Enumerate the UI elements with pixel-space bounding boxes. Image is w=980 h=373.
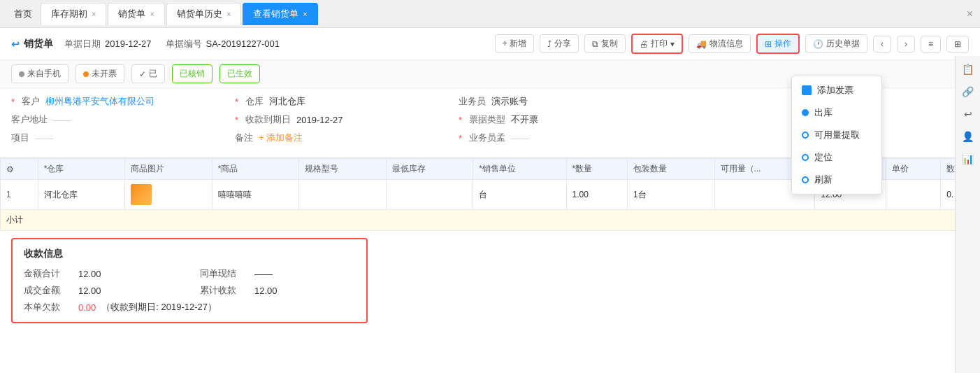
dropdown-add-invoice[interactable]: 添加发票 bbox=[792, 79, 881, 101]
staff-label: 业务员 bbox=[459, 95, 486, 108]
list-view-button[interactable]: ≡ bbox=[921, 36, 941, 52]
row-qty: 1.00 bbox=[566, 180, 627, 210]
payment-grid: 金额合计 12.00 同单现结 —— 成交金额 12.00 累计收款 12.00… bbox=[24, 267, 355, 314]
logistics-label: 物流信息 bbox=[709, 38, 743, 50]
sp-value: —— bbox=[511, 133, 529, 143]
print-icon: 🖨 bbox=[640, 39, 648, 49]
not-open-button[interactable]: 未开票 bbox=[75, 64, 124, 83]
tab-sales-history-label: 销货单历史 bbox=[177, 8, 222, 20]
same-order-label: 同单现结 bbox=[200, 267, 249, 280]
tab-bar: 首页 库存期初 × 销货单 × 销货单历史 × 查看销货单 × × bbox=[0, 0, 980, 28]
available-qty-label: 可用量提取 bbox=[814, 129, 860, 141]
row-spec bbox=[299, 180, 387, 210]
sp-label: 业务员孟 bbox=[469, 132, 505, 144]
right-icon-user[interactable]: 👤 bbox=[958, 126, 979, 147]
not-open-label: 未开票 bbox=[92, 68, 117, 80]
tab-view-sales-label: 查看销货单 bbox=[253, 8, 298, 20]
history-button[interactable]: 🕐 历史单据 bbox=[805, 34, 867, 53]
history-icon: 🕐 bbox=[813, 39, 823, 49]
new-button[interactable]: + 新增 bbox=[495, 34, 534, 53]
product-image bbox=[131, 184, 152, 205]
copy-label: 复制 bbox=[601, 38, 618, 50]
tab-view-sales[interactable]: 查看销货单 × bbox=[243, 3, 317, 25]
tab-view-sales-close[interactable]: × bbox=[303, 10, 307, 18]
col-qty: *数量 bbox=[566, 159, 627, 180]
dropdown-ship[interactable]: 出库 bbox=[792, 101, 881, 124]
share-label: 分享 bbox=[554, 38, 571, 50]
staff-field: 业务员 演示账号 bbox=[459, 95, 654, 108]
addr-field: 客户地址 —— bbox=[11, 113, 207, 126]
doc-title-text: 销货单 bbox=[24, 38, 53, 50]
doc-date-value: 2019-12-27 bbox=[105, 38, 152, 49]
grid-view-button[interactable]: ⊞ bbox=[946, 36, 969, 52]
operate-icon: ⊞ bbox=[765, 39, 772, 49]
confirm-button[interactable]: ✓ 已 bbox=[131, 64, 165, 83]
addr-label: 客户地址 bbox=[11, 113, 48, 126]
doc-title: ↩ 销货单 bbox=[11, 38, 53, 50]
ship-icon bbox=[802, 109, 809, 116]
note-label: 备注 bbox=[235, 132, 253, 144]
tab-inventory-init-label: 库存期初 bbox=[51, 8, 87, 20]
add-note-button[interactable]: + 添加备注 bbox=[259, 132, 303, 144]
refresh-icon bbox=[802, 176, 809, 183]
project-label: 项目 bbox=[11, 132, 29, 144]
locate-label: 定位 bbox=[814, 151, 833, 164]
doc-number-label: 单据编号 bbox=[166, 38, 202, 50]
print-button[interactable]: 🖨 打印 ▾ bbox=[631, 34, 683, 54]
tab-sales-order-close[interactable]: × bbox=[150, 10, 154, 18]
owed-row: 本单欠款 0.00 （收款到期日: 2019-12-27） bbox=[24, 301, 355, 314]
payment-title: 收款信息 bbox=[24, 248, 355, 260]
owed-label: 本单欠款 bbox=[24, 301, 73, 314]
operate-dropdown: 添加发票 出库 可用量提取 定位 刷新 bbox=[791, 76, 882, 195]
share-button[interactable]: ⤴ 分享 bbox=[540, 34, 579, 53]
from-mobile-button[interactable]: 来自手机 bbox=[11, 64, 69, 83]
copy-button[interactable]: ⧉ 复制 bbox=[584, 34, 626, 53]
already-effective-button[interactable]: 已生效 bbox=[219, 64, 260, 83]
warehouse-value: 河北仓库 bbox=[269, 95, 305, 108]
tab-home[interactable]: 首页 bbox=[7, 3, 39, 24]
tab-sales-history-close[interactable]: × bbox=[226, 10, 231, 18]
doc-number-field: 单据编号 SA-20191227-001 bbox=[166, 38, 280, 50]
right-icon-link[interactable]: 🔗 bbox=[958, 81, 979, 102]
total-label: 金额合计 bbox=[24, 267, 73, 280]
tab-sales-order[interactable]: 销货单 × bbox=[108, 3, 164, 25]
available-qty-icon bbox=[802, 132, 809, 139]
right-icon-chart[interactable]: 📊 bbox=[958, 148, 979, 169]
tab-inventory-init-close[interactable]: × bbox=[92, 10, 96, 18]
print-label: 打印 bbox=[651, 38, 668, 50]
window-close-button[interactable]: × bbox=[967, 8, 973, 20]
right-icon-return[interactable]: ↩ bbox=[958, 104, 979, 125]
row-product-img bbox=[125, 180, 212, 210]
print-dropdown-icon: ▾ bbox=[670, 39, 675, 49]
tab-inventory-init[interactable]: 库存期初 × bbox=[41, 3, 106, 25]
tab-sales-history[interactable]: 销货单历史 × bbox=[166, 3, 241, 25]
prev-button[interactable]: ‹ bbox=[873, 36, 891, 52]
col-settings[interactable]: ⚙ bbox=[1, 159, 38, 180]
warehouse-required: * bbox=[235, 97, 238, 107]
doc-date-field: 单据日期 2019-12-27 bbox=[64, 38, 152, 50]
dropdown-locate[interactable]: 定位 bbox=[792, 146, 881, 169]
right-icon-clipboard[interactable]: 📋 bbox=[958, 59, 979, 80]
customer-required: * bbox=[11, 97, 15, 107]
project-field: 项目 —— bbox=[11, 132, 207, 144]
operate-button[interactable]: ⊞ 操作 bbox=[756, 34, 800, 54]
not-open-dot bbox=[83, 71, 89, 77]
history-label: 历史单据 bbox=[826, 38, 860, 50]
add-invoice-icon bbox=[802, 85, 812, 95]
next-button[interactable]: › bbox=[897, 36, 915, 52]
col-min-stock: 最低库存 bbox=[386, 159, 473, 180]
doc-date-label: 单据日期 bbox=[64, 38, 101, 50]
main-area: ↩ 销货单 单据日期 2019-12-27 单据编号 SA-20191227-0… bbox=[0, 28, 980, 373]
refresh-label: 刷新 bbox=[814, 174, 833, 186]
copy-icon: ⧉ bbox=[592, 39, 598, 49]
customer-value[interactable]: 柳州粤港平安气体有限公司 bbox=[45, 95, 154, 108]
row-pack-qty: 1台 bbox=[628, 180, 715, 210]
already-sold-button[interactable]: 已核销 bbox=[172, 64, 212, 83]
confirm-label: 已 bbox=[149, 68, 157, 80]
row-unit: 台 bbox=[473, 180, 566, 210]
dropdown-available-qty[interactable]: 可用量提取 bbox=[792, 124, 881, 146]
logistics-button[interactable]: 🚚 物流信息 bbox=[689, 34, 751, 53]
row-warehouse: 河北仓库 bbox=[38, 180, 125, 210]
dropdown-refresh[interactable]: 刷新 bbox=[792, 169, 881, 191]
payment-section: 收款信息 金额合计 12.00 同单现结 —— 成交金额 12.00 累计收款 … bbox=[11, 238, 368, 323]
